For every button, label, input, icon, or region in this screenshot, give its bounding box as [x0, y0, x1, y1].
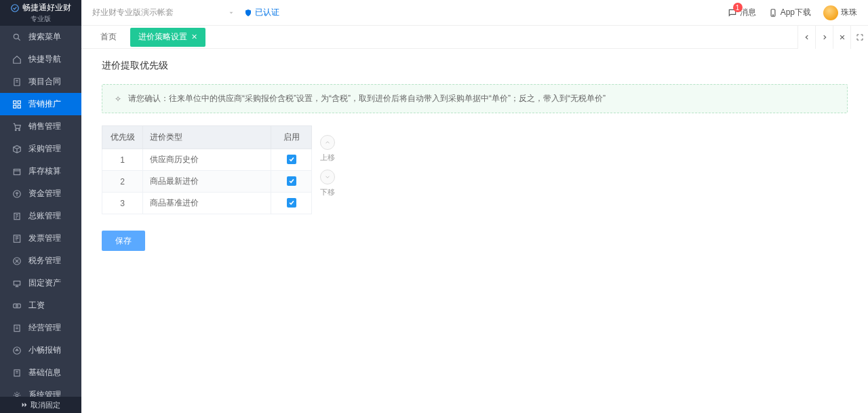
move-down-button[interactable]: [320, 170, 335, 184]
sidebar-item-8[interactable]: 总账管理: [0, 205, 81, 227]
move-up-button[interactable]: [320, 135, 335, 150]
svg-point-22: [772, 14, 773, 15]
chevron-down-icon: [324, 174, 331, 180]
account-select[interactable]: 好业财专业版演示帐套: [92, 7, 235, 18]
tab-0[interactable]: 首页: [92, 28, 125, 47]
sidebar-item-6[interactable]: 库存核算: [0, 160, 81, 182]
th-priority: 优先级: [102, 126, 143, 149]
brand-name: 畅捷通好业财: [22, 2, 71, 14]
sidebar-item-1[interactable]: 快捷导航: [0, 48, 81, 71]
th-type: 进价类型: [143, 126, 271, 149]
notice-text: 请您确认：往来单位中的供应商“采购报价含税”设置，为“含税”，取到进价后将自动带…: [128, 93, 606, 104]
tab-label: 进价策略设置: [138, 31, 187, 43]
move-up-label: 上移: [320, 153, 335, 163]
cell-priority: 3: [102, 193, 143, 214]
tab-next-button[interactable]: [815, 26, 833, 49]
sidebar-item-12[interactable]: 工资: [0, 294, 81, 317]
account-name: 好业财专业版演示帐套: [92, 7, 174, 18]
sys-icon: [12, 391, 22, 397]
search-icon: [12, 33, 22, 42]
tab-close-icon[interactable]: ✕: [191, 33, 197, 41]
sidebar-item-label: 小畅报销: [28, 345, 61, 356]
page-title: 进价提取优先级: [102, 60, 848, 72]
move-down-label: 下移: [320, 187, 335, 197]
tab-1[interactable]: 进价策略设置✕: [130, 28, 205, 47]
sidebar: 畅捷通好业财 专业版 搜索菜单快捷导航项目合同营销推广销售管理采购管理库存核算资…: [0, 0, 81, 413]
tax-icon: [12, 256, 22, 266]
brand-sub: 专业版: [31, 14, 51, 24]
sidebar-item-3[interactable]: 营销推广: [0, 93, 81, 115]
user-menu[interactable]: 珠珠: [823, 5, 857, 20]
sidebar-item-label: 固定资产: [28, 277, 61, 289]
sidebar-item-label: 基础信息: [28, 367, 61, 378]
tab-prev-button[interactable]: [797, 26, 815, 49]
cell-priority: 2: [102, 171, 143, 193]
info-icon: [12, 368, 22, 378]
enable-checkbox[interactable]: [287, 198, 296, 208]
brand: 畅捷通好业财 专业版: [0, 0, 81, 26]
sidebar-item-label: 营销推广: [28, 98, 61, 110]
sidebar-item-13[interactable]: 经营管理: [0, 317, 81, 339]
table-row[interactable]: 1供应商历史价: [102, 149, 312, 171]
save-button[interactable]: 保存: [102, 231, 145, 251]
pin-toggle[interactable]: 取消固定: [0, 397, 81, 413]
enable-checkbox[interactable]: [287, 176, 296, 186]
sidebar-item-10[interactable]: 税务管理: [0, 250, 81, 272]
salary-icon: [12, 301, 22, 311]
svg-rect-14: [14, 281, 20, 285]
cell-priority: 1: [102, 149, 143, 171]
chevron-left-icon: [804, 34, 810, 41]
home-icon: [12, 55, 22, 64]
sidebar-menu: 搜索菜单快捷导航项目合同营销推广销售管理采购管理库存核算资金管理总账管理发票管理…: [0, 26, 81, 397]
tabbar: 首页进价策略设置✕: [81, 26, 868, 49]
sidebar-item-16[interactable]: 系统管理: [0, 384, 81, 397]
invoice-icon: [12, 234, 22, 243]
save-label: 保存: [115, 235, 132, 247]
doc-icon: [12, 77, 22, 87]
sidebar-item-15[interactable]: 基础信息: [0, 361, 81, 384]
priority-table: 优先级 进价类型 启用 1供应商历史价2商品最新进价3商品基准进价: [102, 125, 312, 214]
messages-button[interactable]: 1 消息: [728, 7, 756, 18]
verified-label: 已认证: [255, 7, 279, 18]
sidebar-item-5[interactable]: 采购管理: [0, 138, 81, 160]
sidebar-item-label: 总账管理: [28, 210, 61, 222]
sidebar-item-7[interactable]: 资金管理: [0, 182, 81, 205]
svg-point-0: [12, 4, 19, 12]
sidebar-item-label: 资金管理: [28, 188, 61, 199]
chevron-right-icon: [821, 34, 828, 41]
th-enable: 启用: [271, 126, 312, 149]
svg-point-20: [16, 394, 18, 397]
app-download-button[interactable]: App下载: [768, 7, 811, 18]
chevron-up-icon: [324, 139, 331, 146]
sidebar-item-label: 项目合同: [28, 76, 61, 87]
ledger-icon: [12, 212, 22, 221]
tabs: 首页进价策略设置✕: [92, 26, 205, 48]
table-row[interactable]: 3商品基准进价: [102, 193, 312, 214]
sidebar-item-0[interactable]: 搜索菜单: [0, 26, 81, 48]
chevron-down-icon: [228, 9, 235, 16]
avatar: [823, 5, 838, 20]
svg-point-1: [14, 34, 18, 39]
table-row[interactable]: 2商品最新进价: [102, 171, 312, 193]
stock-icon: [12, 167, 22, 176]
enable-checkbox[interactable]: [287, 155, 296, 164]
pin-label: 取消固定: [31, 400, 60, 410]
sidebar-item-14[interactable]: 小畅报销: [0, 339, 81, 361]
pin-icon: [21, 401, 28, 408]
tab-controls: [797, 26, 868, 48]
sidebar-item-4[interactable]: 销售管理: [0, 115, 81, 138]
svg-rect-5: [14, 105, 16, 108]
verified-badge[interactable]: 已认证: [244, 7, 279, 18]
content: 进价提取优先级 ✧ 请您确认：往来单位中的供应商“采购报价含税”设置，为“含税”…: [81, 49, 868, 413]
svg-rect-3: [14, 100, 16, 103]
fullscreen-button[interactable]: [850, 26, 868, 49]
expand-icon: [856, 33, 864, 41]
cell-enable: [271, 149, 312, 171]
sidebar-item-2[interactable]: 项目合同: [0, 71, 81, 93]
sidebar-item-11[interactable]: 固定资产: [0, 272, 81, 294]
cell-type: 供应商历史价: [143, 149, 271, 171]
sidebar-item-9[interactable]: 发票管理: [0, 227, 81, 250]
sidebar-item-label: 搜索菜单: [28, 31, 61, 43]
tab-close-all-button[interactable]: [833, 26, 850, 49]
box-icon: [12, 144, 22, 154]
